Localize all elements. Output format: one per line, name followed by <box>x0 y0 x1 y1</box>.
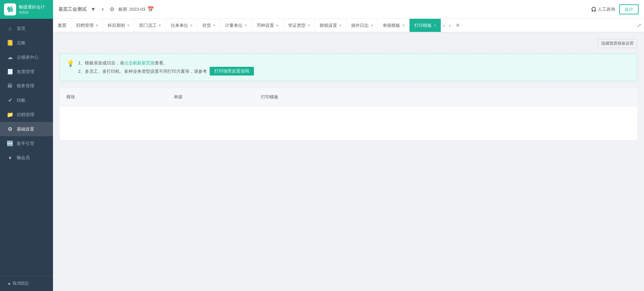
column-header-template: 打印模板 <box>254 91 637 103</box>
tab-currency[interactable]: 币种设置 × <box>252 19 283 32</box>
tab-home[interactable]: 首页 <box>53 19 71 32</box>
tab-scroll-left-button[interactable]: ‹ <box>441 19 447 32</box>
sidebar-item-member[interactable]: ♦ 畅会员 <box>0 151 53 165</box>
main-area: 基层工会测试 ▼ + ⚙ 账期 2023-03 📅 🎧 人工咨询 会计 <box>53 0 644 291</box>
sidebar-item-reports[interactable]: ☁ 云报表中心 <box>0 50 53 64</box>
info-text: 1、模板添加成功后，请点击刷新新页面查看。 2、多员工、多打印机、多种业务类型设… <box>78 59 254 76</box>
chevron-left-icon: ‹ <box>443 22 445 29</box>
tab-archive[interactable]: 归档管理 × <box>71 19 103 32</box>
sidebar-item-label: 发票管理 <box>17 69 34 75</box>
sidebar-item-label: 云报表中心 <box>17 54 39 60</box>
company-name[interactable]: 基层工会测试 <box>58 6 87 12</box>
tab-close-icon[interactable]: × <box>127 23 129 28</box>
tab-close-icon[interactable]: × <box>276 23 278 28</box>
bulb-icon: 💡 <box>67 60 74 67</box>
logo-icon: 畅 <box>4 3 16 15</box>
info-line2-prefix: 2、多员工、多打印机、多种业务类型设置不同打印方案等，请参考 <box>78 67 207 75</box>
tax-icon: 🏛 <box>7 83 13 89</box>
toolbar-row: 隐藏预置模板设置 <box>60 39 637 51</box>
tab-close-icon[interactable]: × <box>213 23 215 28</box>
sidebar-item-checkout[interactable]: ✔ 结账 <box>0 93 53 107</box>
sidebar-item-archive[interactable]: 📁 归档管理 <box>0 107 53 122</box>
tab-label: 部门员工 <box>139 22 157 29</box>
tab-oplog[interactable]: 操作日志 × <box>346 19 378 32</box>
sidebar: 畅 畅捷通好会计 旗舰版 ⌂ 首页 📒 总账 ☁ 云报表中心 🧾 发票管理 🏛 … <box>0 0 53 291</box>
sidebar-item-label: 总账 <box>17 40 25 46</box>
refresh-link[interactable]: 点击刷新新页面 <box>124 60 155 65</box>
sidebar-item-label: 畅会员 <box>17 155 30 161</box>
company-dropdown-button[interactable]: ▼ <box>89 5 97 14</box>
sidebar-item-invoice[interactable]: 🧾 发票管理 <box>0 64 53 79</box>
add-company-button[interactable]: + <box>100 5 106 14</box>
logo-name: 畅捷通好会计 <box>19 4 45 10</box>
company-settings-button[interactable]: ⚙ <box>108 5 116 14</box>
sidebar-item-tax[interactable]: 🏛 税务管理 <box>0 79 53 93</box>
tab-voucher[interactable]: 凭证类型 × <box>283 19 315 32</box>
tab-close-icon[interactable]: × <box>339 23 341 28</box>
logo-edition: 旗舰版 <box>19 10 45 14</box>
tab-measure[interactable]: 计量单位 × <box>220 19 252 32</box>
tab-label: 存货 <box>202 22 211 29</box>
add-icon: + <box>101 6 104 12</box>
tab-staff[interactable]: 部门员工 × <box>135 19 166 32</box>
top-header: 基层工会测试 ▼ + ⚙ 账期 2023-03 📅 🎧 人工咨询 会计 <box>53 0 644 19</box>
unpin-label: 取消固定 <box>13 281 29 286</box>
info-line2: 2、多员工、多打印机、多种业务类型设置不同打印方案等，请参考 打印场景设置说明 <box>78 67 254 76</box>
tab-close-icon[interactable]: × <box>96 23 98 28</box>
sidebar-logo: 畅 畅捷通好会计 旗舰版 <box>0 0 53 19</box>
tab-close-icon[interactable]: × <box>308 23 310 28</box>
sidebar-item-label: 税务管理 <box>17 83 34 89</box>
sidebar-nav: ⌂ 首页 📒 总账 ☁ 云报表中心 🧾 发票管理 🏛 税务管理 ✔ 结账 📁 归… <box>0 19 53 276</box>
tab-contact[interactable]: 往来单位 × <box>166 19 198 32</box>
explain-button[interactable]: 打印场景设置说明 <box>210 67 254 76</box>
tab-label: 计量单位 <box>225 22 243 29</box>
close-all-icon: ✕ <box>455 22 460 29</box>
customer-service-button[interactable]: 🎧 人工咨询 <box>591 6 615 12</box>
tab-printtemplate[interactable]: 打印模板 × <box>410 19 441 32</box>
expand-button[interactable]: ⤢ <box>634 19 644 32</box>
member-icon: ♦ <box>7 155 13 161</box>
dropdown-icon: ▼ <box>91 6 96 12</box>
unpin-button[interactable]: ◄ 取消固定 <box>0 276 53 291</box>
info-line1-prefix: 1、模板添加成功后，请 <box>78 60 124 65</box>
cloud-icon: ☁ <box>7 54 13 60</box>
tab-close-icon[interactable]: × <box>434 23 436 28</box>
ledger-icon: 📒 <box>7 40 13 46</box>
chevron-right-icon: › <box>449 22 451 29</box>
tab-receipt[interactable]: 单据模板 × <box>378 19 410 32</box>
tab-inventory[interactable]: 存货 × <box>198 19 220 32</box>
calendar-icon[interactable]: 📅 <box>147 6 154 12</box>
tab-close-icon[interactable]: × <box>402 23 405 28</box>
hide-template-button[interactable]: 隐藏预置模板设置 <box>598 39 637 48</box>
checkout-icon: ✔ <box>7 97 13 103</box>
tab-close-icon[interactable]: × <box>190 23 193 28</box>
sidebar-item-home[interactable]: ⌂ 首页 <box>0 21 53 36</box>
tab-label: 打印模板 <box>414 22 432 29</box>
header-right: 🎧 人工咨询 会计 <box>591 4 639 14</box>
content-area: 隐藏预置模板设置 💡 1、模板添加成功后，请点击刷新新页面查看。 2、多员工、多… <box>53 32 644 291</box>
tab-subject[interactable]: 科目期初 × <box>103 19 135 32</box>
invoice-icon: 🧾 <box>7 68 13 75</box>
tab-taxsetting[interactable]: 财税设置 × <box>315 19 346 32</box>
sidebar-item-ledger[interactable]: 📒 总账 <box>0 36 53 50</box>
period-label: 账期 <box>118 6 127 12</box>
close-all-tabs-button[interactable]: ✕ <box>453 19 463 32</box>
guide-icon: 🆕 <box>7 140 13 147</box>
tab-label: 操作日志 <box>351 22 369 29</box>
accounting-button[interactable]: 会计 <box>619 4 639 14</box>
sidebar-item-settings[interactable]: ⚙ 基础设置 <box>0 122 53 136</box>
tab-close-icon[interactable]: × <box>245 23 247 28</box>
period-value: 2023-03 <box>129 7 145 12</box>
sidebar-item-label: 基础设置 <box>17 126 34 132</box>
tab-label: 往来单位 <box>171 22 188 29</box>
unpin-icon: ◄ <box>7 281 11 286</box>
tab-scroll-right-button[interactable]: › <box>447 19 453 32</box>
tab-close-icon[interactable]: × <box>159 23 161 28</box>
header-actions: 基层工会测试 ▼ + ⚙ 账期 2023-03 📅 <box>58 5 587 14</box>
sidebar-item-guide[interactable]: 🆕 新手引导 <box>0 136 53 151</box>
column-header-receipt: 单据 <box>167 91 254 103</box>
sidebar-item-label: 新手引导 <box>17 141 34 147</box>
tab-label: 财税设置 <box>320 22 337 29</box>
tab-close-icon[interactable]: × <box>371 23 373 28</box>
table-header: 模块 单据 打印模板 <box>60 88 637 106</box>
